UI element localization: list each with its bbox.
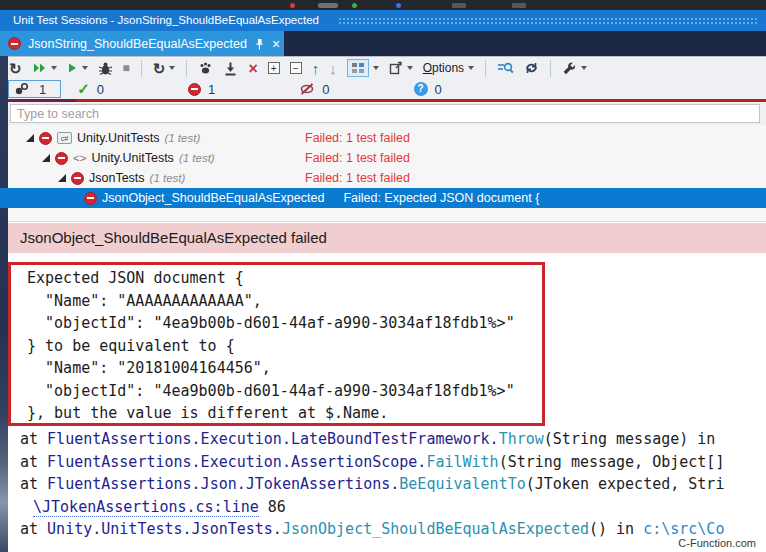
failure-header: JsonObject_ShouldBeEqualAsExpected faile…	[8, 223, 766, 253]
chevron-down-icon	[169, 66, 175, 70]
background-window-strip	[0, 0, 766, 10]
stack-segment: (String message) in	[544, 430, 716, 448]
assertion-message-line: "Name": "AAAAAAAAAAAAA",	[27, 290, 542, 313]
search-row	[0, 102, 766, 125]
gray-dash	[512, 3, 526, 8]
counter-total[interactable]: 1	[8, 80, 61, 98]
source-file-link[interactable]: \JTokenAssertions.cs:line	[33, 498, 259, 517]
collapse-all-button[interactable]: −	[289, 59, 303, 78]
failure-header-text: JsonObject_ShouldBeEqualAsExpected faile…	[20, 229, 327, 246]
stack-segment[interactable]: c:\src\Co	[643, 520, 724, 538]
expander-icon[interactable]	[42, 154, 50, 162]
debug-tests-button[interactable]	[97, 59, 114, 78]
options-button[interactable]: Options	[422, 59, 475, 78]
counter-failed[interactable]: 1	[188, 82, 215, 97]
sync-button[interactable]	[523, 59, 540, 78]
assertion-message-line: "objectId": "4ea9b00b-d601-44af-a990-303…	[27, 380, 542, 403]
remove-tests-button[interactable]: ×	[247, 59, 258, 78]
wrench-icon	[562, 61, 577, 76]
expander-icon[interactable]	[26, 134, 34, 142]
counter-inconclusive[interactable]: ? 0	[414, 82, 442, 97]
chevron-down-icon	[373, 66, 379, 70]
toolbar-separator	[141, 60, 142, 77]
stack-segment: (JToken expected, Stri	[526, 475, 725, 493]
stack-segment: (String message, Object[]	[499, 453, 725, 471]
failed-status-icon	[8, 37, 21, 50]
settings-button[interactable]	[561, 59, 588, 78]
stop-button[interactable]: ■	[122, 59, 131, 78]
run-tests-button[interactable]	[66, 59, 89, 78]
test-session-toolbar: ↻ ■ ↻	[0, 56, 766, 79]
chevron-down-icon	[82, 66, 88, 70]
assertion-message-line: Expected JSON document {	[27, 267, 542, 290]
counter-ignored[interactable]: 0	[299, 82, 329, 97]
test-status-text: Failed: Expected JSON document {	[343, 191, 539, 205]
tab-strip: JsonString_ShouldBeEqualAsExpected ×	[0, 31, 766, 56]
stack-segment: JsonObject_ShouldBeEqualAsExpected	[282, 520, 589, 538]
toolbar-separator	[550, 60, 551, 77]
stack-segment: at	[20, 520, 47, 538]
test-status-text: Failed: 1 test failed	[305, 128, 410, 148]
drag-grip-dots	[338, 17, 758, 25]
assertion-message-line: "Name": "20181004164456",	[27, 357, 542, 380]
assertion-message-line: }, but the value is different at $.Name.	[27, 402, 542, 425]
stack-trace: at FluentAssertions.Execution.LateBoundT…	[8, 428, 766, 541]
tree-row[interactable]: Unity.UnitTests(1 test)Failed: 1 test fa…	[8, 128, 766, 148]
bug-icon	[98, 61, 113, 76]
test-tree: Unity.UnitTests(1 test)Failed: 1 test fa…	[8, 125, 766, 221]
stack-segment: FailWith	[426, 453, 498, 471]
stack-segment: () in	[589, 520, 643, 538]
counter-total-value: 1	[39, 82, 46, 97]
tree-row[interactable]: JsonTests(1 test)Failed: 1 test failed	[8, 168, 766, 188]
run-all-tests-button[interactable]	[31, 59, 58, 78]
expand-all-button[interactable]: +	[267, 59, 281, 78]
failed-status-icon	[188, 83, 201, 96]
failed-status-icon	[71, 172, 84, 185]
test-output-pane: Expected JSON document { "Name": "AAAAAA…	[8, 253, 766, 552]
test-counters-bar: 1 ✓ 0 1 0 ? 0	[0, 79, 766, 99]
run-all-icon	[32, 61, 47, 75]
chevron-down-icon	[468, 66, 474, 70]
move-up-button[interactable]: ↑	[311, 59, 321, 78]
blue-dot	[396, 3, 401, 8]
pin-icon[interactable]	[254, 38, 265, 50]
test-count-suffix: (1 test)	[164, 132, 200, 144]
coverage-button[interactable]	[197, 59, 214, 78]
close-tab-icon[interactable]: ×	[272, 37, 280, 51]
panel-title: Unit Test Sessions - JsonString_ShouldBe…	[13, 14, 319, 26]
counter-passed[interactable]: ✓ 0	[77, 80, 104, 98]
stack-segment: FluentAssertions.Json.JTokenAssertions.	[47, 475, 399, 493]
export-button[interactable]	[388, 59, 414, 78]
session-tab[interactable]: JsonString_ShouldBeEqualAsExpected ×	[0, 31, 284, 56]
toolbar-separator	[485, 60, 486, 77]
test-node-label: JsonTests	[89, 171, 145, 185]
stack-segment: Throw	[499, 430, 544, 448]
test-count-suffix: (1 test)	[179, 152, 215, 164]
stack-trace-line: at FluentAssertions.Json.JTokenAssertion…	[8, 473, 766, 496]
counter-failed-value: 1	[208, 82, 215, 97]
panel-title-bar[interactable]: Unit Test Sessions - JsonString_ShouldBe…	[0, 10, 766, 31]
namespace-icon	[73, 152, 86, 164]
move-down-button[interactable]: ↓	[328, 59, 338, 78]
arrow-down-to-line-icon	[223, 61, 238, 76]
tree-row[interactable]: Unity.UnitTests(1 test)Failed: 1 test fa…	[8, 148, 766, 168]
refresh-icon[interactable]: ↻	[8, 59, 23, 78]
chevron-down-icon	[407, 66, 413, 70]
tree-row[interactable]: JsonObject_ShouldBeEqualAsExpectedFailed…	[0, 188, 766, 208]
test-count-suffix: (1 test)	[150, 172, 186, 184]
watermark-text: C-Function.com	[678, 537, 756, 549]
stack-trace-line: at FluentAssertions.Execution.AssertionS…	[8, 451, 766, 474]
failed-status-icon	[84, 192, 97, 205]
track-running-test-button[interactable]	[222, 59, 239, 78]
plus-box-icon: +	[268, 62, 280, 74]
stack-segment: FluentAssertions.Execution.AssertionScop…	[47, 453, 426, 471]
session-tab-label: JsonString_ShouldBeEqualAsExpected	[28, 37, 247, 51]
test-node-label: Unity.UnitTests	[77, 131, 159, 145]
search-input[interactable]	[10, 104, 760, 123]
group-by-button[interactable]	[346, 59, 380, 78]
search-filter-button[interactable]	[496, 59, 515, 78]
failed-status-icon	[39, 132, 52, 145]
expander-icon[interactable]	[58, 174, 66, 182]
rerun-last-button[interactable]: ↻	[152, 59, 177, 78]
stack-segment: at	[20, 453, 47, 471]
